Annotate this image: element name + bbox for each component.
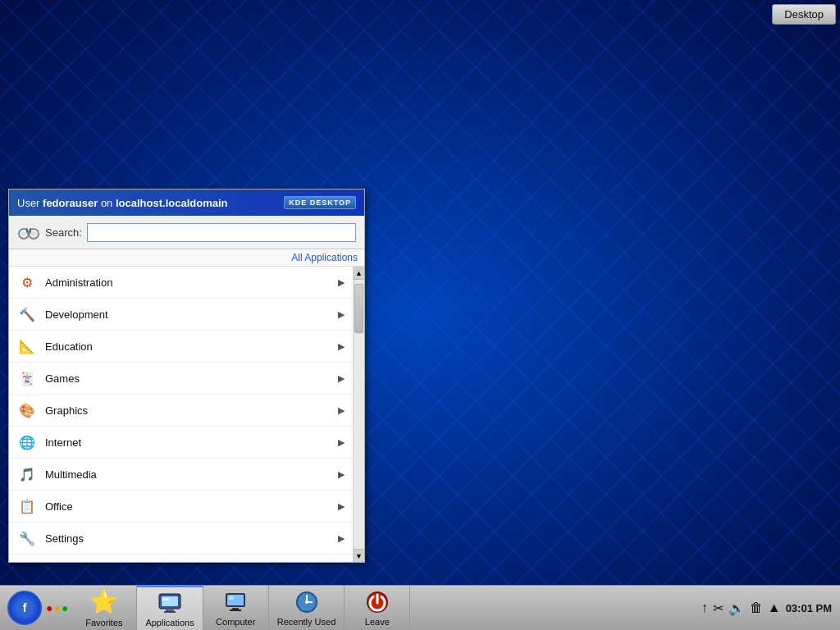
kde-logo: KDE DESKTOP — [284, 196, 356, 209]
desktop-background: Desktop User fedorauser on localhost.loc… — [0, 0, 840, 630]
category-icon-education: 📐 — [17, 336, 37, 356]
favorites-icon: ⭐ — [91, 589, 117, 615]
scrollbar-up-button[interactable]: ▲ — [354, 267, 364, 280]
category-label-games: Games — [45, 372, 338, 385]
taskbar-item-applications[interactable]: Applications — [137, 586, 203, 630]
all-applications-link[interactable]: All Applications — [9, 249, 364, 267]
category-arrow-multimedia: ▶ — [338, 469, 345, 480]
svg-text:f: f — [23, 601, 27, 614]
tray-arrow-icon: ↑ — [701, 600, 708, 615]
category-arrow-graphics: ▶ — [338, 405, 345, 416]
tray-trash-icon: 🗑 — [750, 600, 763, 615]
category-label-administration: Administration — [45, 276, 338, 289]
menu-content: ⚙ Administration ▶ 🔨 Development ▶ 📐 Edu… — [9, 267, 364, 562]
category-item-development[interactable]: 🔨 Development ▶ — [9, 299, 353, 331]
category-arrow-settings: ▶ — [338, 533, 345, 544]
clock-icon — [294, 589, 320, 614]
category-label-internet: Internet — [45, 436, 338, 449]
taskbar-item-leave[interactable]: Leave — [345, 586, 410, 630]
taskbar-item-computer[interactable]: Computer — [203, 586, 269, 630]
svg-rect-17 — [230, 609, 241, 611]
category-item-office[interactable]: 📋 Office ▶ — [9, 491, 353, 523]
system-clock: 03:01 PM — [786, 602, 832, 614]
scrollbar[interactable]: ▲ ▼ — [353, 267, 364, 562]
search-input[interactable] — [87, 223, 356, 242]
taskbar: f ● ● ● ⭐ Favorites Applications — [0, 585, 840, 630]
category-icon-graphics: 🎨 — [17, 400, 37, 420]
category-arrow-internet: ▶ — [338, 437, 345, 448]
category-label-development: Development — [45, 308, 338, 321]
category-item-multimedia[interactable]: 🎵 Multimedia ▶ — [9, 459, 353, 491]
category-label-settings: Settings — [45, 532, 338, 545]
search-icon — [17, 221, 40, 244]
dot-green: ● — [62, 601, 68, 614]
applications-icon — [157, 591, 183, 615]
taskbar-label-computer: Computer — [216, 617, 255, 627]
header-hostname: localhost.localdomain — [116, 197, 228, 209]
tray-expand-icon: ▲ — [768, 600, 781, 615]
svg-rect-16 — [232, 608, 239, 609]
taskbar-items: ⭐ Favorites Applications — [71, 586, 410, 630]
svg-point-22 — [305, 600, 308, 604]
fedora-menu-button[interactable]: f — [7, 591, 42, 625]
power-icon — [364, 589, 390, 614]
category-label-office: Office — [45, 500, 338, 513]
taskbar-label-leave: Leave — [365, 617, 390, 627]
taskbar-label-recently-used: Recently Used — [277, 617, 336, 627]
menu-search-bar: Search: — [9, 216, 364, 249]
taskbar-label-favorites: Favorites — [85, 618, 122, 628]
menu-header: User fedorauser on localhost.localdomain… — [9, 189, 364, 216]
menu-header-text: User fedorauser on localhost.localdomain — [17, 197, 227, 209]
category-arrow-development: ▶ — [338, 309, 345, 320]
dot-yellow: ● — [53, 601, 60, 614]
desktop-button[interactable]: Desktop — [772, 4, 836, 25]
taskbar-item-recently-used[interactable]: Recently Used — [269, 586, 345, 630]
category-label-education: Education — [45, 340, 338, 353]
category-item-education[interactable]: 📐 Education ▶ — [9, 331, 353, 363]
category-icon-development: 🔨 — [17, 304, 37, 324]
search-label: Search: — [45, 226, 82, 239]
category-item-graphics[interactable]: 🎨 Graphics ▶ — [9, 395, 353, 427]
system-bar-left: f ● ● ● — [0, 586, 71, 630]
category-icon-administration: ⚙ — [17, 272, 37, 292]
svg-rect-12 — [164, 611, 176, 613]
category-item-games[interactable]: 🃏 Games ▶ — [9, 363, 353, 395]
header-on: on — [98, 197, 116, 209]
category-arrow-administration: ▶ — [338, 277, 345, 288]
svg-rect-15 — [227, 595, 244, 605]
tray-scissors-icon: ✂ — [713, 600, 724, 616]
category-label-multimedia: Multimedia — [45, 468, 338, 481]
header-prefix: User — [17, 197, 43, 209]
category-item-administration[interactable]: ⚙ Administration ▶ — [9, 267, 353, 299]
scrollbar-track — [354, 280, 364, 549]
tray-volume-icon: 🔊 — [728, 600, 745, 616]
svg-point-5 — [21, 231, 26, 236]
category-icon-office: 📋 — [17, 496, 37, 516]
category-label-graphics: Graphics — [45, 404, 338, 417]
svg-rect-3 — [26, 228, 28, 233]
header-username: fedorauser — [43, 197, 98, 209]
svg-rect-18 — [229, 596, 234, 600]
system-tray: ↑ ✂ 🔊 🗑 ▲ 03:01 PM — [693, 586, 840, 630]
app-menu-panel: User fedorauser on localhost.localdomain… — [8, 189, 365, 563]
taskbar-label-applications: Applications — [145, 618, 194, 628]
svg-rect-13 — [162, 598, 169, 600]
category-item-internet[interactable]: 🌐 Internet ▶ — [9, 427, 353, 459]
dot-red: ● — [46, 601, 52, 614]
computer-icon — [222, 589, 249, 614]
category-arrow-office: ▶ — [338, 501, 345, 512]
svg-point-6 — [31, 231, 36, 236]
taskbar-item-favorites[interactable]: ⭐ Favorites — [71, 586, 137, 630]
svg-rect-10 — [162, 596, 178, 606]
category-icon-games: 🃏 — [17, 368, 37, 388]
category-item-settings[interactable]: 🔧 Settings ▶ — [9, 523, 353, 555]
category-arrow-education: ▶ — [338, 341, 345, 352]
svg-rect-11 — [166, 609, 174, 611]
scrollbar-thumb[interactable] — [354, 284, 363, 333]
category-icon-settings: 🔧 — [17, 528, 37, 548]
category-icon-internet: 🌐 — [17, 432, 37, 452]
category-arrow-games: ▶ — [338, 373, 345, 384]
categories-list: ⚙ Administration ▶ 🔨 Development ▶ 📐 Edu… — [9, 267, 353, 562]
svg-rect-4 — [30, 228, 31, 233]
scrollbar-down-button[interactable]: ▼ — [354, 549, 364, 562]
